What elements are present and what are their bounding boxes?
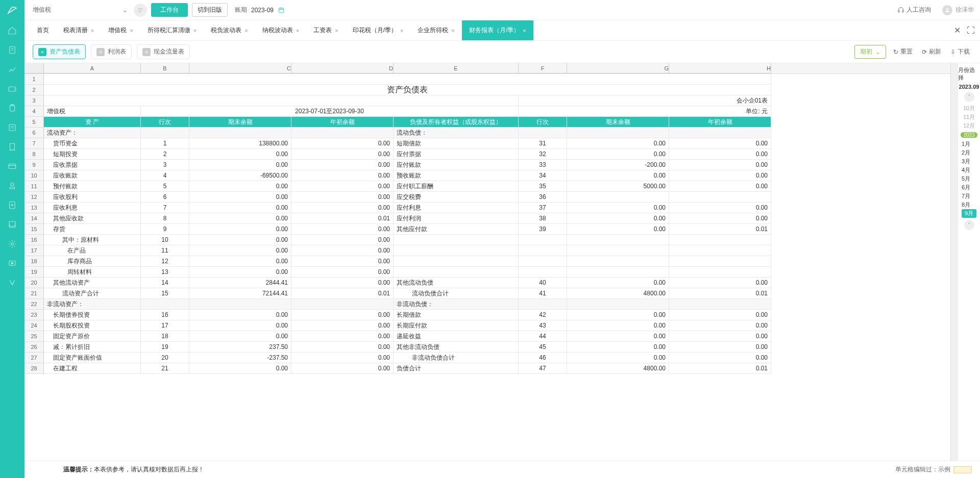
cell[interactable]: 应交税费	[394, 192, 519, 203]
row-header[interactable]: 16	[24, 235, 44, 245]
cell[interactable]: 0.00	[189, 192, 291, 203]
cell[interactable]: 38	[519, 213, 567, 224]
close-icon[interactable]: ×	[244, 28, 248, 34]
month-item[interactable]: 3月	[962, 157, 976, 166]
cell[interactable]: 14	[141, 278, 189, 288]
cell[interactable]: 预付账款	[44, 181, 141, 192]
row-header[interactable]: 23	[24, 310, 44, 320]
cell[interactable]: 40	[519, 278, 567, 288]
row-header[interactable]: 13	[24, 203, 44, 213]
cell[interactable]: 0.00	[189, 245, 291, 256]
cell[interactable]	[291, 299, 394, 310]
cell[interactable]: 2844.41	[189, 278, 291, 288]
cell[interactable]: 42	[519, 310, 567, 320]
row-header[interactable]: 28	[24, 363, 44, 374]
cell[interactable]: 应付利息	[394, 203, 519, 213]
cell[interactable]	[141, 299, 189, 310]
cell[interactable]: 10	[141, 235, 189, 245]
cell[interactable]	[394, 256, 519, 267]
cell[interactable]: 应付票据	[394, 149, 519, 160]
cell[interactable]: 3	[141, 160, 189, 170]
cell[interactable]: 0.00	[567, 278, 669, 288]
cell[interactable]: 长期股权投资	[44, 320, 141, 331]
cell[interactable]: 21	[141, 363, 189, 374]
nav-receipt-icon[interactable]	[7, 142, 17, 152]
tab[interactable]: 财务报表（月/季）×	[462, 20, 533, 40]
cell[interactable]: 0.00	[567, 331, 669, 342]
corner-right-label[interactable]: 会小企01表	[519, 95, 771, 106]
cell[interactable]	[567, 256, 669, 267]
cell[interactable]: 流动负债合计	[394, 288, 519, 299]
cell[interactable]: 负债合计	[394, 363, 519, 374]
cell[interactable]: -200.00	[567, 160, 669, 170]
col-header[interactable]: H	[669, 63, 771, 73]
cell[interactable]: 存货	[44, 224, 141, 235]
row-header[interactable]: 12	[24, 192, 44, 203]
cell[interactable]	[669, 245, 771, 256]
cell[interactable]	[394, 245, 519, 256]
header-cell[interactable]: 年初余额	[669, 117, 771, 128]
tabs-fullscreen-icon[interactable]: ⛶	[967, 26, 975, 35]
cell[interactable]: 周转材料	[44, 267, 141, 278]
header-cell[interactable]: 期末余额	[189, 117, 291, 128]
cell[interactable]: 非流动资产：	[44, 299, 141, 310]
cell[interactable]: 应收股利	[44, 192, 141, 203]
cell[interactable]	[669, 299, 771, 310]
cell[interactable]	[567, 299, 669, 310]
cell[interactable]: 11	[141, 245, 189, 256]
cell[interactable]: 0.00	[291, 149, 394, 160]
cell[interactable]: 20	[141, 353, 189, 363]
cell[interactable]: 固定资产账面价值	[44, 353, 141, 363]
col-header[interactable]: G	[567, 63, 669, 73]
row-header[interactable]: 20	[24, 278, 44, 288]
row-header[interactable]: 15	[24, 224, 44, 235]
cell[interactable]: -237.50	[189, 353, 291, 363]
cell[interactable]: 0.00	[567, 149, 669, 160]
cell[interactable]: 237.50	[189, 342, 291, 353]
date-range-cell[interactable]: 2023-07-01至2023-09-30	[141, 106, 519, 117]
cell[interactable]: 0.01	[669, 224, 771, 235]
row-header[interactable]: 6	[24, 128, 44, 138]
cell[interactable]: 0.00	[291, 170, 394, 181]
cell[interactable]	[567, 245, 669, 256]
nav-export-icon[interactable]	[7, 200, 17, 210]
cell[interactable]: 0.00	[567, 213, 669, 224]
cell[interactable]	[189, 128, 291, 138]
cell[interactable]: 应收利息	[44, 203, 141, 213]
cell[interactable]: 固定资产原价	[44, 331, 141, 342]
cell[interactable]: 0.00	[291, 320, 394, 331]
close-icon[interactable]: ×	[335, 28, 338, 34]
month-next-button[interactable]: ˅	[964, 220, 974, 230]
cell[interactable]: 0.00	[669, 353, 771, 363]
header-cell[interactable]: 负债及所有者权益（或股东权益）	[394, 117, 519, 128]
close-icon[interactable]: ×	[91, 28, 94, 34]
col-header[interactable]: F	[519, 63, 567, 73]
calendar-icon[interactable]	[278, 7, 285, 14]
cell[interactable]: 0.00	[291, 267, 394, 278]
header-cell[interactable]: 行次	[519, 117, 567, 128]
nav-stamp-icon[interactable]	[7, 181, 17, 191]
row-header[interactable]: 27	[24, 353, 44, 363]
close-icon[interactable]: ×	[451, 28, 454, 34]
cell[interactable]: 0.01	[291, 288, 394, 299]
unit-cell[interactable]: 单位: 元	[519, 106, 771, 117]
cell[interactable]: 47	[519, 363, 567, 374]
cell[interactable]: 15	[141, 288, 189, 299]
tab[interactable]: 企业所得税×	[410, 20, 461, 40]
cell[interactable]: 138800.00	[189, 138, 291, 149]
cell[interactable]	[669, 267, 771, 278]
row-header[interactable]: 10	[24, 170, 44, 181]
nav-form-icon[interactable]	[7, 122, 17, 133]
header-cell[interactable]: 年初余额	[291, 117, 394, 128]
month-item[interactable]: 12月	[963, 121, 975, 130]
month-item[interactable]: 9月	[962, 209, 976, 218]
cell[interactable]	[141, 128, 189, 138]
cell[interactable]: 35	[519, 181, 567, 192]
cell[interactable]: 其他流动资产	[44, 278, 141, 288]
col-header[interactable]: C	[189, 63, 291, 73]
cell[interactable]: 0.00	[669, 310, 771, 320]
cell[interactable]: 0.00	[567, 310, 669, 320]
grid-corner[interactable]	[24, 63, 44, 73]
cell[interactable]: 0.00	[291, 203, 394, 213]
cell[interactable]: 0.00	[669, 170, 771, 181]
